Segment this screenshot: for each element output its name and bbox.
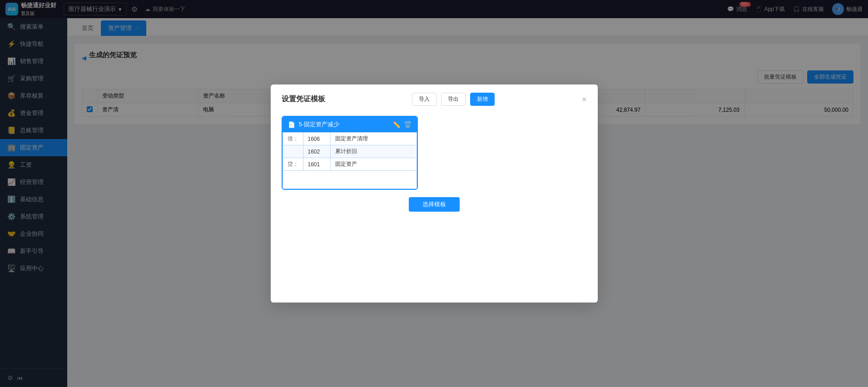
template-title: 5-固定资产减少 [299,120,340,129]
modal-title: 设置凭证模板 [282,94,325,104]
template-entry-row: 贷： 1601 固定资产 [283,158,417,171]
import-button[interactable]: 导入 [412,93,436,106]
template-entries-table: 借： 1606 固定资产清理 1602 累计折旧 贷： 1601 固定资产 [283,132,417,171]
new-template-button[interactable]: 新增 [470,93,495,106]
modal-body: 📄 5-固定资产减少 ✏️ 🗑️ 借： 1606 固定资产清理 1602 累计折… [271,111,598,216]
entry-account-2: 固定资产 [330,158,417,171]
entry-code-2: 1601 [303,158,330,171]
select-template-button[interactable]: 选择模板 [409,197,460,212]
entry-code-1: 1602 [303,145,330,158]
template-edit-icon[interactable]: ✏️ [392,121,400,128]
export-button[interactable]: 导出 [441,93,466,106]
template-file-icon: 📄 [288,121,295,128]
template-card: 📄 5-固定资产减少 ✏️ 🗑️ 借： 1606 固定资产清理 1602 累计折… [282,116,418,190]
template-card-header-icons: ✏️ 🗑️ [392,121,412,128]
template-card-header: 📄 5-固定资产减少 ✏️ 🗑️ [283,117,417,132]
template-empty-row [283,171,417,189]
template-card-header-left: 📄 5-固定资产减少 [288,120,340,129]
entry-direction-0: 借： [283,133,303,145]
set-template-modal: 设置凭证模板 导入 导出 新增 × 📄 5-固定资产减少 ✏️ 🗑️ [271,84,598,303]
template-delete-icon[interactable]: 🗑️ [404,121,412,128]
modal-close-button[interactable]: × [582,95,587,104]
entry-account-0: 固定资产清理 [330,133,417,145]
modal-header: 设置凭证模板 导入 导出 新增 × [271,84,598,111]
template-entry-row: 1602 累计折旧 [283,145,417,158]
modal-actions: 导入 导出 新增 [412,93,495,106]
entry-direction-1 [283,145,303,158]
entry-code-0: 1606 [303,133,330,145]
entry-direction-2: 贷： [283,158,303,171]
entry-account-1: 累计折旧 [330,145,417,158]
modal-overlay[interactable]: 设置凭证模板 导入 导出 新增 × 📄 5-固定资产减少 ✏️ 🗑️ [0,0,868,387]
template-entry-row: 借： 1606 固定资产清理 [283,133,417,145]
